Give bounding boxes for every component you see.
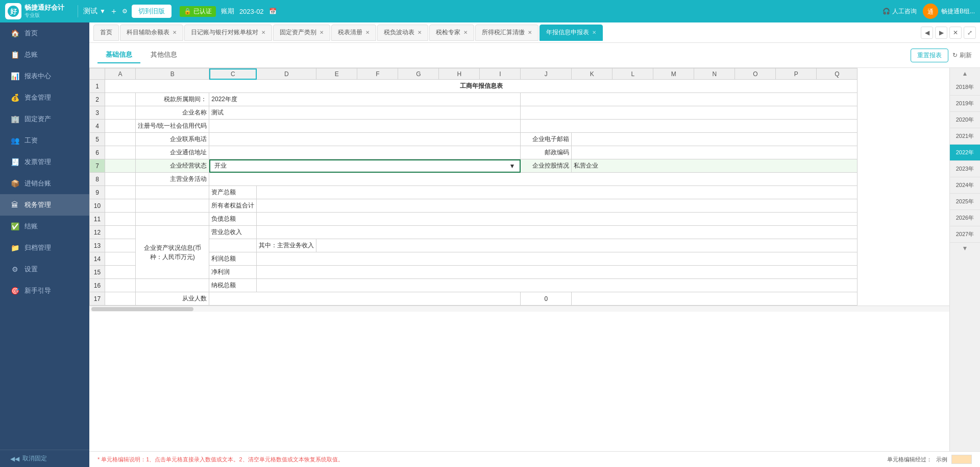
sidebar-item-settings[interactable]: ⚙ 设置 xyxy=(0,259,89,280)
col-header-g[interactable]: G xyxy=(398,68,439,80)
cell-13e[interactable] xyxy=(316,239,857,252)
tab-tax-wave[interactable]: 税负波动表 ✕ xyxy=(377,25,428,41)
cell-5k[interactable] xyxy=(572,133,857,146)
calendar-icon[interactable]: 📅 xyxy=(269,8,277,15)
year-nav-up[interactable]: ▲ xyxy=(950,68,980,79)
cell-7b[interactable]: 企业经营状态 xyxy=(136,159,209,173)
year-item-2018[interactable]: 2018年 xyxy=(950,79,980,96)
close-tab-fixed-asset-type[interactable]: ✕ xyxy=(320,30,324,35)
sidebar-item-tax[interactable]: 🏛 税务管理 xyxy=(0,194,89,216)
col-header-m[interactable]: M xyxy=(653,68,694,80)
col-header-p[interactable]: P xyxy=(776,68,817,80)
chevron-down-icon[interactable]: ▼ xyxy=(100,8,106,15)
sidebar-item-settlement[interactable]: ✅ 结账 xyxy=(0,216,89,237)
tab-next-btn[interactable]: ▶ xyxy=(935,27,947,39)
tab-annual-report[interactable]: 年报信息申报表 ✕ xyxy=(540,25,603,41)
cell-16d[interactable] xyxy=(257,279,857,292)
cell-6b[interactable]: 企业通信地址 xyxy=(136,146,209,159)
cell-7j[interactable]: 企业控股情况 xyxy=(521,159,572,173)
tab-close-all-btn[interactable]: ✕ xyxy=(949,27,962,39)
sidebar-item-ledger[interactable]: 📋 总账 xyxy=(0,44,89,65)
year-item-2020[interactable]: 2020年 xyxy=(950,112,980,128)
cell-10c[interactable]: 所有者权益合计 xyxy=(209,199,257,213)
col-header-i[interactable]: I xyxy=(480,68,521,80)
sidebar-item-fund[interactable]: 💰 资金管理 xyxy=(0,87,89,108)
year-item-2024[interactable]: 2024年 xyxy=(950,177,980,194)
close-tab-journal[interactable]: ✕ xyxy=(261,30,265,35)
cell-5b[interactable]: 企业联系电话 xyxy=(136,133,209,146)
cell-title[interactable]: 工商年报信息表 xyxy=(105,80,857,93)
cell-8c[interactable] xyxy=(209,173,857,186)
tab-income-tax[interactable]: 所得税汇算清缴 ✕ xyxy=(475,25,538,41)
close-tab-tax-check[interactable]: ✕ xyxy=(463,30,468,35)
cell-11c[interactable]: 负债总额 xyxy=(209,213,257,226)
cell-15d[interactable] xyxy=(257,266,857,279)
cell-15c[interactable]: 净利润 xyxy=(209,266,257,279)
h-scrollbar[interactable] xyxy=(89,306,949,312)
sidebar-item-fixed-asset[interactable]: 🏢 固定资产 xyxy=(0,108,89,130)
cell-7k[interactable]: 私营企业 xyxy=(572,159,857,173)
add-icon[interactable]: ＋ xyxy=(110,6,118,17)
col-header-d[interactable]: D xyxy=(257,68,316,80)
tab-tax-check[interactable]: 税检专家 ✕ xyxy=(429,25,474,41)
col-header-h[interactable]: H xyxy=(439,68,480,80)
cell-17j[interactable]: 0 xyxy=(521,292,572,306)
cell-12d[interactable] xyxy=(257,226,857,239)
close-tab-aux[interactable]: ✕ xyxy=(173,30,177,35)
cell-5c[interactable] xyxy=(209,133,521,146)
cell-2b[interactable]: 税款所属期间： xyxy=(136,93,209,106)
service-button[interactable]: 🎧 人工咨询 xyxy=(883,7,917,16)
sidebar-item-report[interactable]: 📊 报表中心 xyxy=(0,65,89,87)
cell-16c[interactable]: 纳税总额 xyxy=(209,279,257,292)
tab-fixed-asset-type[interactable]: 固定资产类别 ✕ xyxy=(273,25,330,41)
year-item-2023[interactable]: 2023年 xyxy=(950,161,980,177)
cell-17k[interactable] xyxy=(572,292,857,306)
refresh-button[interactable]: ↻ 刷新 xyxy=(952,49,972,62)
cell-4c[interactable] xyxy=(209,120,521,133)
cell-17b[interactable]: 从业人数 xyxy=(136,292,209,306)
col-header-k[interactable]: K xyxy=(572,68,612,80)
close-tab-tax-wave[interactable]: ✕ xyxy=(418,30,422,35)
year-item-2022[interactable]: 2022年 xyxy=(950,145,980,161)
cell-11d[interactable] xyxy=(257,213,857,226)
close-tab-tax-table[interactable]: ✕ xyxy=(365,30,370,35)
close-tab-annual-report[interactable]: ✕ xyxy=(592,30,596,35)
cell-13c[interactable] xyxy=(209,239,257,252)
year-item-2027[interactable]: 2027年 xyxy=(950,226,980,243)
tab-prev-btn[interactable]: ◀ xyxy=(921,27,933,39)
cell-9d[interactable] xyxy=(257,186,857,199)
cell-17c[interactable] xyxy=(209,292,521,306)
cell-13d[interactable]: 其中：主营业务收入 xyxy=(257,239,316,252)
cell-14d[interactable] xyxy=(257,252,857,266)
cell-8b[interactable]: 主营业务活动 xyxy=(136,173,209,186)
col-header-j[interactable]: J xyxy=(521,68,572,80)
sidebar-item-payroll[interactable]: 👥 工资 xyxy=(0,130,89,151)
cell-12c[interactable]: 营业总收入 xyxy=(209,226,257,239)
year-item-2025[interactable]: 2025年 xyxy=(950,194,980,210)
col-header-f[interactable]: F xyxy=(357,68,398,80)
year-item-2021[interactable]: 2021年 xyxy=(950,128,980,145)
tab-tax-table[interactable]: 税表清册 ✕ xyxy=(331,25,376,41)
col-header-l[interactable]: L xyxy=(612,68,653,80)
cell-4b[interactable]: 注册号/统一社会信用代码 xyxy=(136,120,209,133)
year-item-2026[interactable]: 2026年 xyxy=(950,210,980,226)
sidebar-item-archive[interactable]: 📁 归档管理 xyxy=(0,237,89,259)
sub-tab-other[interactable]: 其他信息 xyxy=(142,47,185,63)
tab-journal[interactable]: 日记账与银行对账单核对 ✕ xyxy=(184,25,272,41)
close-tab-income-tax[interactable]: ✕ xyxy=(528,30,532,35)
switch-old-btn[interactable]: 切到旧版 xyxy=(132,5,172,18)
dropdown-arrow-icon[interactable]: ▼ xyxy=(509,162,515,170)
col-header-a[interactable]: A xyxy=(105,68,136,80)
cell-6c[interactable] xyxy=(209,146,521,159)
sidebar-item-home[interactable]: 🏠 首页 xyxy=(0,22,89,44)
cell-5j[interactable]: 企业电子邮箱 xyxy=(521,133,572,146)
cell-10d[interactable] xyxy=(257,199,857,213)
tab-aux[interactable]: 科目辅助余额表 ✕ xyxy=(120,25,183,41)
sidebar-item-purchase-sale[interactable]: 📦 进销台账 xyxy=(0,173,89,194)
cell-9c[interactable]: 资产总额 xyxy=(209,186,257,199)
tab-home[interactable]: 首页 xyxy=(93,25,119,41)
cell-3b[interactable]: 企业名称 xyxy=(136,106,209,120)
sub-tab-basic[interactable]: 基础信息 xyxy=(97,47,140,63)
cell-12b[interactable]: 企业资产状况信息(币种：人民币万元) xyxy=(136,226,209,279)
col-header-c[interactable]: C xyxy=(209,68,257,80)
